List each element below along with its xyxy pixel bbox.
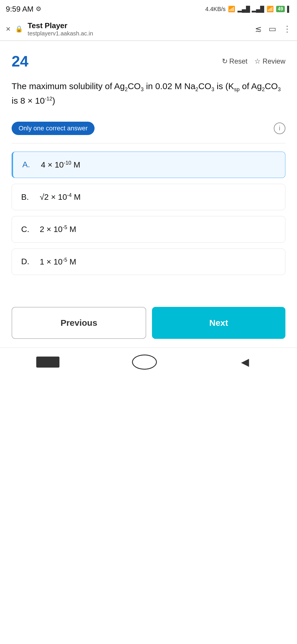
bookmark-icon[interactable]: ▭ [269,24,276,34]
option-d[interactable]: D. 1 × 10-5 M [12,249,285,275]
option-b-text: √2 × 10-4 M [40,192,81,202]
next-button[interactable]: Next [152,307,285,339]
reset-label: Reset [229,57,248,65]
status-right: 4.4KB/s 📶 ▂▄█ ▂▄█ 📶 49 ▌ [205,6,291,12]
answer-type-row: Only one correct answer i [12,122,285,135]
option-b-label: B. [21,193,33,202]
browser-close-icon[interactable]: × [6,24,10,34]
browser-url: testplayerv1.aakash.ac.in [28,30,250,37]
lock-icon: 🔒 [15,25,23,33]
star-icon: ☆ [254,57,261,65]
signal-icons: ▂▄█ ▂▄█ [238,6,264,12]
review-label: Review [262,57,285,65]
option-c-text: 2 × 10-5 M [40,224,76,234]
browser-actions: ≲ ▭ ⋮ [255,24,291,34]
network-speed: 4.4KB/s [205,6,226,12]
reset-button[interactable]: ↻ Reset [222,57,248,65]
option-a-label: A. [22,160,34,169]
status-bar: 9:59 AM ⚙ 4.4KB/s 📶 ▂▄█ ▂▄█ 📶 49 ▌ [0,0,297,17]
question-text: The maximum solubility of Ag2CO3 in 0.02… [12,79,285,108]
status-time: 9:59 AM [6,5,33,14]
previous-button[interactable]: Previous [12,307,146,339]
more-menu-icon[interactable]: ⋮ [283,24,291,34]
reset-icon: ↻ [222,57,228,65]
bluetooth-icon: 📶 [228,6,235,12]
browser-bar: × 🔒 Test Player testplayerv1.aakash.ac.i… [0,17,297,41]
answer-type-badge: Only one correct answer [12,122,95,135]
bottom-nav: ◀ [0,348,297,375]
browser-title-block: Test Player testplayerv1.aakash.ac.in [28,21,250,37]
options-list: A. 4 × 10-10 M B. √2 × 10-4 M C. 2 × 10-… [12,152,285,275]
option-a[interactable]: A. 4 × 10-10 M [12,152,285,178]
battery-level: 49 [276,6,285,12]
option-d-text: 1 × 10-5 M [40,257,76,267]
nav-buttons: Previous Next [0,301,297,348]
review-button[interactable]: ☆ Review [254,57,285,65]
option-a-text: 4 × 10-10 M [41,160,80,170]
square-nav-icon[interactable] [36,357,59,368]
option-d-label: D. [21,257,33,266]
main-content: 24 ↻ Reset ☆ Review The maximum solubili… [0,41,297,301]
option-b[interactable]: B. √2 × 10-4 M [12,184,285,210]
option-c-label: C. [21,225,33,234]
question-actions: ↻ Reset ☆ Review [222,57,285,65]
wifi-icon: 📶 [267,6,274,12]
back-nav-icon[interactable]: ◀ [229,354,261,370]
share-icon[interactable]: ≲ [255,24,262,34]
question-number: 24 [12,53,28,70]
option-c[interactable]: C. 2 × 10-5 M [12,216,285,242]
home-nav-icon[interactable] [132,355,157,370]
battery-icon: ▌ [287,6,291,12]
gear-icon: ⚙ [36,5,41,13]
browser-title: Test Player [28,21,250,30]
question-header: 24 ↻ Reset ☆ Review [12,53,285,70]
info-icon[interactable]: i [274,123,285,134]
section-divider [12,143,285,143]
